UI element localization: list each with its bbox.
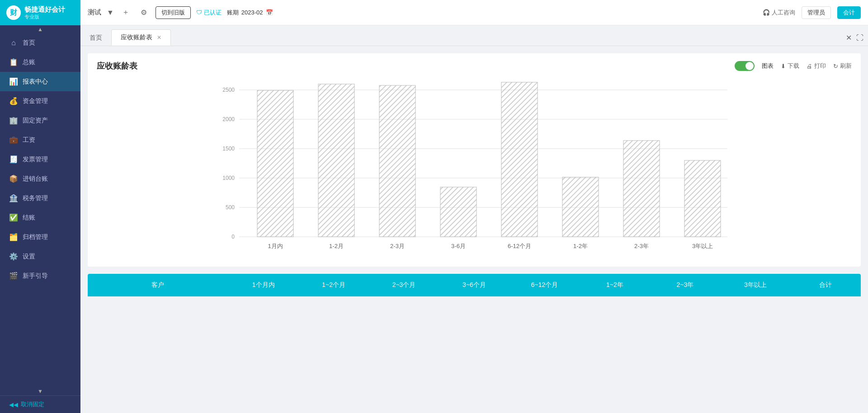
chart-toggle[interactable] [735,61,755,71]
sidebar-item-tax[interactable]: 🏦 税务管理 [0,188,80,208]
sidebar-item-archive[interactable]: 🗂️ 归档管理 [0,227,80,247]
svg-text:6-12个月: 6-12个月 [508,243,531,249]
sidebar-item-label: 归档管理 [23,233,48,241]
download-button[interactable]: ⬇ 下载 [781,62,799,70]
col-2-3m: 2~3个月 [369,274,439,296]
tab-aging-label: 应收账龄表 [121,33,152,41]
sidebar-item-report[interactable]: 📊 报表中心 [0,72,80,91]
refresh-button[interactable]: ↻ 刷新 [833,62,852,70]
page-title: 应收账龄表 [97,61,735,71]
page-content: 应收账龄表 图表 ⬇ 下载 🖨 打印 [80,46,868,413]
bar-6-12月 [501,82,538,237]
tabbar-right: ✕ ⛶ [846,33,863,42]
table-header: 客户 1个月内 1~2个月 2~3个月 3~6个月 6~12个月 1~2年 2~… [88,274,861,296]
close-panel-button[interactable]: ✕ [846,33,852,42]
fund-icon: 💰 [9,97,18,105]
switch-old-version-button[interactable]: 切到旧版 [156,6,191,19]
bar-3年以上 [684,160,721,237]
sidebar-item-label: 税务管理 [23,194,48,202]
col-6-12m: 6~12个月 [509,274,580,296]
chart-label: 图表 [762,62,774,70]
sidebar-item-label: 固定资产 [23,117,48,125]
sidebar-item-asset[interactable]: 🏢 固定资产 [0,111,80,130]
toggle-track[interactable] [735,61,755,71]
asset-icon: 🏢 [9,116,18,125]
col-1m: 1个月内 [228,274,298,296]
bar-2-3年 [623,141,660,237]
sidebar-item-label: 工资 [23,136,35,144]
company-dropdown-icon[interactable]: ▼ [107,9,114,17]
add-button[interactable]: ＋ [119,6,132,19]
sidebar-item-label: 设置 [23,253,35,261]
sidebar-item-label: 首页 [23,39,35,47]
guide-icon: 🎬 [9,272,18,280]
home-icon: ⌂ [9,39,18,47]
app-branding: 畅捷通好会计 专业版 [24,5,65,20]
certified-badge: 🛡 已认证 [196,9,222,17]
sidebar-item-invoice[interactable]: 🧾 发票管理 [0,150,80,169]
sidebar-logo: 财 畅捷通好会计 专业版 [0,0,80,25]
svg-text:500: 500 [226,204,235,211]
refresh-icon: ↻ [833,63,838,70]
svg-text:0: 0 [231,234,235,240]
consult-button[interactable]: 🎧 人工咨询 [763,9,795,17]
svg-text:3年以上: 3年以上 [692,243,713,249]
calendar-icon[interactable]: 📅 [266,9,273,16]
wage-icon: 💼 [9,136,18,144]
bar-2-3月 [379,85,415,237]
print-icon: 🖨 [807,63,812,70]
print-button[interactable]: 🖨 打印 [807,62,826,70]
report-card: 应收账龄表 图表 ⬇ 下载 🖨 打印 [88,53,861,267]
col-1-2y: 1~2年 [580,274,650,296]
col-customer: 客户 [88,274,228,296]
report-icon: 📊 [9,77,18,86]
bar-1月内 [257,90,293,237]
sidebar-item-home[interactable]: ⌂ 首页 [0,33,80,52]
tab-aging-report[interactable]: 应收账龄表 ✕ [111,29,171,46]
unpin-icon: ◀◀ [9,401,18,408]
bar-1-2月 [318,84,354,237]
tab-close-icon[interactable]: ✕ [157,34,161,41]
tab-home-label: 首页 [90,34,102,41]
accountant-button[interactable]: 会计 [837,6,861,19]
svg-text:2500: 2500 [222,87,235,93]
period-label: 账期 [227,9,239,17]
sidebar-item-label: 资金管理 [23,97,48,105]
sidebar-item-settings[interactable]: ⚙️ 设置 [0,247,80,266]
sidebar-item-label: 报表中心 [23,78,48,86]
sidebar-item-guide[interactable]: 🎬 新手引导 [0,266,80,286]
app-edition: 专业版 [24,14,65,20]
svg-text:1500: 1500 [222,145,235,152]
unpin-sidebar-button[interactable]: ◀◀ 取消固定 [0,395,80,413]
svg-text:2-3月: 2-3月 [390,243,405,249]
sidebar-item-wage[interactable]: 💼 工资 [0,130,80,150]
sidebar-scroll-up[interactable]: ▲ [0,25,80,33]
sidebar-item-stock[interactable]: 📦 进销台账 [0,169,80,188]
company-name: 测试 [88,8,101,17]
sidebar-scroll-down[interactable]: ▼ [0,387,80,395]
col-3-6m: 3~6个月 [439,274,509,296]
unpin-label: 取消固定 [21,400,44,408]
sidebar-item-settle[interactable]: ✅ 结账 [0,208,80,227]
bar-1-2年 [562,177,599,237]
expand-panel-button[interactable]: ⛶ [856,33,863,42]
sidebar-item-fund[interactable]: 💰 资金管理 [0,91,80,111]
consult-label: 人工咨询 [772,9,795,17]
report-header: 应收账龄表 图表 ⬇ 下载 🖨 打印 [97,61,852,71]
invoice-icon: 🧾 [9,155,18,164]
chart-svg: 0 500 1000 1500 2000 2500 1月内 [97,79,852,259]
svg-text:1-2年: 1-2年 [573,243,588,249]
sidebar-item-label: 发票管理 [23,155,48,164]
download-icon: ⬇ [781,63,786,70]
tab-home[interactable]: 首页 [80,30,111,46]
svg-text:3-6月: 3-6月 [451,243,466,249]
sidebar-item-ledger[interactable]: 📋 总账 [0,52,80,72]
col-2-3y: 2~3年 [650,274,720,296]
settings-topbar-button[interactable]: ⚙ [137,6,150,19]
bar-3-6月 [440,187,476,237]
main-content: 测试 ▼ ＋ ⚙ 切到旧版 🛡 已认证 账期 2023-02 📅 🎧 人工咨询 … [80,0,868,413]
svg-text:2-3年: 2-3年 [634,243,649,249]
sidebar-item-label: 进销台账 [23,175,48,183]
topbar-right: 🎧 人工咨询 管理员 会计 [763,6,861,19]
manager-button[interactable]: 管理员 [802,6,831,19]
